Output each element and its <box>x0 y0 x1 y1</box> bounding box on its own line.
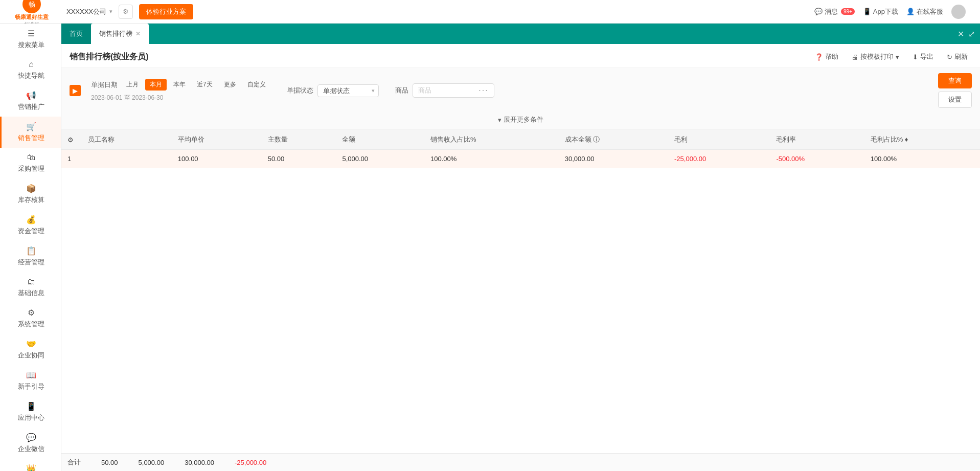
sidebar-item-system-mgmt[interactable]: ⚙ 系统管理 <box>0 303 61 334</box>
query-button[interactable]: 查询 <box>938 73 972 88</box>
date-btn-7days[interactable]: 近7天 <box>192 79 217 91</box>
tab-home-label: 首页 <box>70 29 83 38</box>
footer-gross: -25,000.00 <box>235 459 266 466</box>
date-btn-this-year[interactable]: 本年 <box>169 79 190 91</box>
expand-more-button[interactable]: ▾ 展开更多条件 <box>498 115 543 124</box>
main-layout: ☰ 搜索菜单 ⌂ 快捷导航 📢 营销推广 🛒 销售管理 🛍 采购管理 📦 库存核… <box>0 24 980 471</box>
status-filter-label: 单据状态 <box>287 86 313 95</box>
sidebar-item-search-order[interactable]: ☰ 搜索菜单 <box>0 24 61 55</box>
col-gross[interactable]: 毛利 <box>668 130 770 150</box>
sidebar-item-operations[interactable]: 📋 经营管理 <box>0 241 61 272</box>
goods-input-wrap: 商品 ··· <box>413 83 494 98</box>
refresh-label: 刷新 <box>954 52 968 61</box>
right-action-buttons: 查询 设置 <box>938 73 972 108</box>
col-amount[interactable]: 全额 <box>336 130 424 150</box>
sidebar-item-enterprise-collab[interactable]: 🤝 企业协同 <box>0 334 61 365</box>
footer-amount: 5,000.00 <box>139 459 165 466</box>
cell-gross-rate: -500.00% <box>770 150 864 168</box>
new-guide-icon: 📖 <box>26 370 36 380</box>
top-right-actions: 💬 消息 99+ 📱 App下载 👤 在线客服 <box>814 5 974 19</box>
message-badge: 99+ <box>841 8 855 15</box>
basic-info-icon: 🗂 <box>27 277 35 286</box>
inventory-icon: 📦 <box>26 184 36 193</box>
service-label: 在线客服 <box>917 7 943 16</box>
export-label: 导出 <box>920 52 933 61</box>
settings-gear-button[interactable]: ⚙ <box>119 5 133 19</box>
avatar[interactable] <box>951 5 966 19</box>
date-btn-more[interactable]: 更多 <box>219 79 241 91</box>
cell-amount: 5,000.00 <box>336 150 424 168</box>
tab-sales-ranking[interactable]: 销售排行榜 ✕ <box>91 24 149 44</box>
date-btn-last-month[interactable]: 上月 <box>122 79 143 91</box>
tab-home[interactable]: 首页 <box>61 24 91 44</box>
help-button[interactable]: ❓ 帮助 <box>811 50 842 63</box>
system-mgmt-icon: ⚙ <box>28 308 35 318</box>
top-bar: 畅 畅康通好生意 标准版 XXXXXX公司 ▾ ⚙ 体验行业方案 💬 消息 99… <box>0 0 980 24</box>
goods-filter-group: 商品 商品 ··· <box>395 83 494 98</box>
sidebar-item-member[interactable]: 👑 畅会员 <box>0 459 61 471</box>
message-button[interactable]: 💬 消息 99+ <box>814 7 855 16</box>
sidebar-label-quick-nav: 快捷导航 <box>18 71 44 80</box>
tab-close-icon[interactable]: ✕ <box>135 30 141 37</box>
col-gross-rate[interactable]: 毛利率 <box>770 130 864 150</box>
export-button[interactable]: ⬇ 导出 <box>908 50 938 63</box>
sidebar-label-enterprise-collab: 企业协同 <box>18 351 44 360</box>
enterprise-collab-icon: 🤝 <box>26 339 36 349</box>
page-header: 销售排行榜(按业务员) ❓ 帮助 🖨 按模板打印 ▾ ⬇ 导出 <box>61 44 980 68</box>
cell-gross-pct: 100.00% <box>864 150 980 168</box>
marketing-icon: 📢 <box>26 91 36 100</box>
col-qty[interactable]: 主数量 <box>262 130 336 150</box>
goods-more-icon[interactable]: ··· <box>478 86 488 95</box>
date-btn-custom[interactable]: 自定义 <box>243 79 270 91</box>
content-area: 首页 销售排行榜 ✕ ✕ ⤢ 销售排行榜(按业务员) ❓ 帮助 <box>61 24 980 471</box>
print-button[interactable]: 🖨 按模板打印 ▾ <box>848 50 903 63</box>
goods-filter-label: 商品 <box>395 86 408 95</box>
cell-avg-price: 100.00 <box>172 150 262 168</box>
col-employee[interactable]: 员工名称 <box>82 130 172 150</box>
col-gross-pct[interactable]: 毛利占比% ♦ <box>864 130 980 150</box>
sidebar-item-inventory[interactable]: 📦 库存核算 <box>0 178 61 210</box>
sidebar-item-purchase-mgmt[interactable]: 🛍 采购管理 <box>0 148 61 178</box>
message-icon: 💬 <box>814 8 823 15</box>
sidebar-item-basic-info[interactable]: 🗂 基础信息 <box>0 272 61 303</box>
tab-close-all-icon[interactable]: ✕ <box>958 29 964 39</box>
finance-icon: 💰 <box>26 215 36 225</box>
date-btn-this-month[interactable]: 本月 <box>145 79 167 91</box>
settings-button[interactable]: 设置 <box>938 92 972 108</box>
sidebar-item-new-guide[interactable]: 📖 新手引导 <box>0 365 61 396</box>
rank-settings-icon[interactable]: ⚙ <box>67 136 74 144</box>
quick-nav-icon: ⌂ <box>29 60 34 69</box>
sidebar-label-purchase-mgmt: 采购管理 <box>18 164 44 173</box>
company-selector[interactable]: XXXXXX公司 ▾ <box>62 5 117 18</box>
sidebar-item-app-center[interactable]: 📱 应用中心 <box>0 396 61 428</box>
filter-area: ▶ 单据日期 上月 本月 本年 近7天 更多 自定义 <box>61 68 980 130</box>
service-icon: 👤 <box>906 8 915 15</box>
col-sales-pct[interactable]: 销售收入占比% <box>424 130 559 150</box>
print-label: 按模板打印 <box>860 52 894 61</box>
refresh-button[interactable]: ↻ 刷新 <box>943 50 972 63</box>
trial-button[interactable]: 体验行业方案 <box>139 4 193 19</box>
sidebar-label-app-center: 应用中心 <box>18 413 44 422</box>
table-footer: 合计 50.00 5,000.00 30,000.00 -25,000.00 <box>61 453 980 471</box>
tab-sales-ranking-label: 销售排行榜 <box>99 29 132 38</box>
app-download-label: App下载 <box>873 7 898 16</box>
sidebar-item-quick-nav[interactable]: ⌂ 快捷导航 <box>0 55 61 85</box>
date-filter-group: 单据日期 上月 本月 本年 近7天 更多 自定义 2023-06-01 至 20… <box>91 79 270 102</box>
app-download-button[interactable]: 📱 App下载 <box>863 7 898 16</box>
svg-text:畅: 畅 <box>29 1 35 8</box>
print-icon: 🖨 <box>852 53 858 61</box>
sidebar-item-marketing[interactable]: 📢 营销推广 <box>0 85 61 117</box>
tab-maximize-icon[interactable]: ⤢ <box>968 29 975 39</box>
sidebar-item-enterprise-wechat[interactable]: 💬 企业微信 <box>0 428 61 459</box>
status-select[interactable]: 单据状态 <box>317 84 379 97</box>
online-service-button[interactable]: 👤 在线客服 <box>906 7 943 16</box>
expand-more-label: 展开更多条件 <box>504 115 543 124</box>
sidebar-item-finance[interactable]: 💰 资金管理 <box>0 210 61 241</box>
tab-bar-actions: ✕ ⤢ <box>958 29 980 39</box>
search-order-icon: ☰ <box>28 29 35 38</box>
col-cost[interactable]: 成本全额 ⓘ <box>559 130 668 150</box>
sidebar-item-sales-mgmt[interactable]: 🛒 销售管理 <box>0 117 61 148</box>
col-avg-price[interactable]: 平均单价 <box>172 130 262 150</box>
filter-expand-arrow[interactable]: ▶ <box>70 85 81 96</box>
filter-row-main: ▶ 单据日期 上月 本月 本年 近7天 更多 自定义 <box>70 73 972 108</box>
